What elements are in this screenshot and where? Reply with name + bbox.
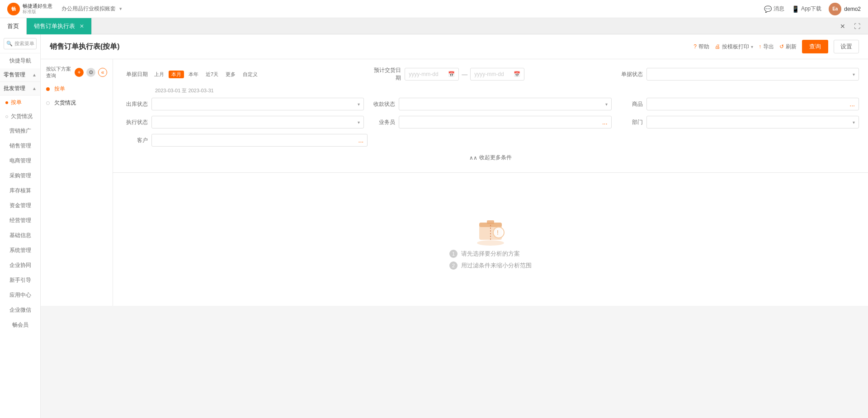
filter-row-4: 客户 ...	[122, 134, 368, 147]
sidebar-item-marketing[interactable]: 营销推广	[0, 124, 40, 138]
user-area[interactable]: Ea demo2	[829, 3, 861, 15]
payment-status-arrow-icon: ▾	[605, 102, 608, 107]
tabbar: 首页 销售订单执行表 ✕ ✕ ⛶	[0, 18, 868, 34]
filter-panel: 单据日期 上月 本月 本年 近7天 更多 自定义	[113, 59, 868, 173]
sidebar-item-operation[interactable]: 经营管理	[0, 213, 40, 228]
window-title-dropdown-icon[interactable]: ▾	[119, 6, 122, 12]
sidebar-item-inventory[interactable]: 库存核算	[0, 183, 40, 198]
date-tab-lastmonth[interactable]: 上月	[151, 70, 167, 79]
date-tab-more[interactable]: 更多	[223, 70, 238, 79]
sidebar-section-wholesale[interactable]: 批发管理 ▲	[0, 82, 40, 95]
app-name: 畅捷通好生意	[23, 3, 52, 9]
salesperson-select[interactable]: ...	[399, 116, 611, 128]
sidebar-section-retail[interactable]: 零售管理 ▲	[0, 68, 40, 82]
sidebar-item-collab[interactable]: 企业协同	[0, 258, 40, 273]
print-icon: 🖨	[715, 43, 720, 50]
delivery-date-start[interactable]: yyyy-mm-dd 📅	[405, 68, 459, 81]
collapse-panel-button[interactable]: «	[98, 68, 107, 77]
search-menu-label: 搜索菜单	[14, 40, 34, 47]
sidebar-retail-arrow: ▲	[32, 72, 37, 77]
tip-2-text: 用过滤条件来缩小分析范围	[461, 261, 532, 270]
salesperson-dots-icon[interactable]: ...	[602, 119, 608, 126]
goods-dots-icon[interactable]: ...	[849, 100, 855, 108]
tip-1-num: 1	[449, 250, 458, 258]
date-separator: —	[462, 71, 467, 78]
filter-row-1: 单据日期 上月 本月 本年 近7天 更多 自定义	[122, 66, 859, 82]
payment-status-label: 收款状态	[369, 100, 399, 108]
sidebar-item-debt[interactable]: 欠货情况	[0, 109, 40, 124]
date-tab-thismonth[interactable]: 本月	[169, 71, 184, 78]
export-icon: ↑	[759, 43, 761, 50]
search-button[interactable]: 查询	[802, 40, 828, 53]
wechat-label: 企业微信	[9, 307, 31, 313]
delivery-date-end[interactable]: yyyy-mm-dd 📅	[470, 68, 524, 81]
left-panel-item-debt[interactable]: 欠货情况	[41, 96, 113, 110]
calendar-start-icon: 📅	[448, 71, 455, 77]
filter-dept-group: 部门 ▾	[617, 116, 859, 128]
message-button[interactable]: 💬 消息	[764, 5, 784, 13]
app-download-button[interactable]: 📱 App下载	[792, 5, 821, 13]
customer-dots-icon[interactable]: ...	[359, 137, 364, 144]
exec-status-select[interactable]: ▾	[151, 116, 364, 128]
date-tab-thisyear[interactable]: 本年	[186, 70, 201, 79]
print-button[interactable]: 🖨 按模板打印 ▾	[715, 43, 753, 51]
filter-row-3: 执行状态 ▾ 业务员 ...	[122, 116, 859, 128]
date-range-display: 2023-03-01 至 2023-03-31	[155, 87, 859, 94]
salesperson-label: 业务员	[369, 119, 399, 126]
close-window-button[interactable]: ✕	[837, 21, 848, 32]
goods-select[interactable]: ...	[646, 98, 859, 110]
left-panel-orders-label: 按单	[54, 85, 65, 93]
appstore-label: 应用中心	[9, 292, 31, 298]
settings-scheme-button[interactable]: ⚙	[86, 68, 95, 77]
calendar-end-icon: 📅	[514, 71, 520, 77]
sidebar-item-appstore[interactable]: 应用中心	[0, 288, 40, 303]
date-tab-custom[interactable]: 自定义	[240, 70, 260, 79]
customer-label: 客户	[122, 137, 151, 144]
refresh-button[interactable]: ↺ 刷新	[779, 43, 797, 51]
tab-home[interactable]: 首页	[0, 18, 27, 34]
debt-icon	[5, 115, 8, 118]
sidebar-item-sales[interactable]: 销售管理	[0, 138, 40, 153]
topbar-left: 畅 畅捷通好生意 标准版 办公用品行业模拟账套 ▾	[7, 3, 122, 15]
payment-status-select[interactable]: ▾	[399, 98, 611, 110]
delivery-date-inputs: yyyy-mm-dd 📅 — yyyy-mm-dd 📅	[405, 68, 611, 81]
left-panel-item-orders[interactable]: 按单	[41, 82, 113, 96]
logo-icon: 畅	[7, 3, 20, 15]
sidebar-item-newbie[interactable]: 新手引导	[0, 273, 40, 288]
ecommerce-label: 电商管理	[9, 157, 31, 164]
date-tab-7days[interactable]: 近7天	[203, 70, 221, 79]
print-dropdown-icon[interactable]: ▾	[751, 44, 753, 49]
tab-sales-exec[interactable]: 销售订单执行表 ✕	[27, 18, 92, 34]
debt-ring-icon	[46, 101, 50, 105]
sidebar-search-button[interactable]: 🔍 搜索菜单	[4, 38, 37, 49]
settings-button[interactable]: 设置	[834, 40, 859, 53]
sidebar-item-ecommerce[interactable]: 电商管理	[0, 153, 40, 168]
tab-close-icon[interactable]: ✕	[80, 23, 84, 29]
dept-select[interactable]: ▾	[646, 116, 859, 128]
collapse-filters-button[interactable]: ∧∧ 收起更多条件	[122, 150, 859, 165]
topbar: 畅 畅捷通好生意 标准版 办公用品行业模拟账套 ▾ 💬 消息 📱 App下载 E…	[0, 0, 868, 18]
help-button[interactable]: ? 帮助	[693, 43, 709, 51]
tab-home-label: 首页	[7, 22, 19, 30]
sidebar-item-quicknav[interactable]: 快捷导航	[0, 53, 40, 68]
sidebar-item-basic[interactable]: 基础信息	[0, 228, 40, 243]
app-subtitle: 标准版	[23, 9, 52, 14]
sidebar-item-wechat[interactable]: 企业微信	[0, 303, 40, 318]
sidebar-item-system[interactable]: 系统管理	[0, 243, 40, 258]
operation-label: 经营管理	[9, 217, 31, 223]
sales-label: 销售管理	[9, 142, 31, 149]
sidebar-quicknav-label: 快捷导航	[9, 57, 31, 64]
customer-select[interactable]: ...	[151, 134, 368, 147]
search-icon: 🔍	[6, 41, 13, 47]
export-button[interactable]: ↑ 导出	[759, 43, 774, 51]
sidebar-item-finance[interactable]: 资金管理	[0, 198, 40, 213]
sidebar-item-orders[interactable]: 按单	[0, 95, 40, 109]
sidebar-item-purchase[interactable]: 采购管理	[0, 168, 40, 183]
sidebar-item-member[interactable]: 畅会员	[0, 318, 40, 332]
filter-date-group: 单据日期 上月 本月 本年 近7天 更多 自定义	[122, 66, 364, 82]
collapse-up-icon: ∧∧	[469, 155, 477, 161]
add-scheme-button[interactable]: +	[75, 68, 84, 77]
delivery-status-select[interactable]: ▾	[151, 98, 364, 110]
maximize-window-button[interactable]: ⛶	[852, 21, 863, 32]
status-select[interactable]: ▾	[646, 68, 859, 81]
